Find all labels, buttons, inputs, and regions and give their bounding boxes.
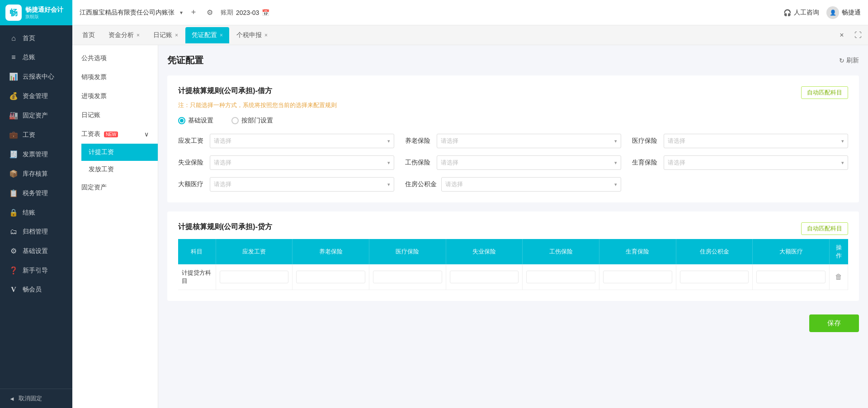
inventory-icon: 📦 bbox=[9, 169, 18, 178]
field-yingfa-label: 应发工资 bbox=[178, 137, 205, 145]
field-shengyu: 生育保险 请选择 ▾ bbox=[632, 155, 848, 170]
tab-tax-close[interactable]: × bbox=[264, 32, 268, 38]
dropdown-arrow-icon: ▾ bbox=[387, 160, 390, 166]
ledger-icon: ≡ bbox=[9, 53, 18, 61]
tab-voucher-close[interactable]: × bbox=[220, 32, 223, 38]
tab-home[interactable]: 首页 bbox=[76, 27, 101, 43]
closing-icon: 🔒 bbox=[9, 208, 18, 217]
pay-salary-label: 发放工资 bbox=[89, 165, 114, 173]
debit-section: 计提核算规则(公司承担)-借方 注：只能选择一种方式，系统将按照您当前的选择来配… bbox=[167, 75, 859, 202]
left-menu-fixed-assets[interactable]: 固定资产 bbox=[72, 178, 158, 197]
dropdown-arrow-icon: ▾ bbox=[387, 182, 390, 188]
field-gongshang-select[interactable]: 请选择 ▾ bbox=[437, 155, 621, 170]
calendar-icon[interactable]: 📅 bbox=[262, 9, 269, 16]
sidebar-item-label: 首页 bbox=[23, 34, 35, 42]
sidebar-item-assets[interactable]: 🏭 固定资产 bbox=[0, 106, 72, 125]
page-header: 凭证配置 ↻ 刷新 bbox=[167, 54, 859, 66]
funds-icon: 💰 bbox=[9, 92, 18, 100]
left-menu-public[interactable]: 公共选项 bbox=[72, 49, 158, 68]
sidebar-item-guide[interactable]: ❓ 新手引导 bbox=[0, 261, 72, 280]
username: 畅捷通 bbox=[842, 9, 861, 17]
user-menu[interactable]: 👤 畅捷通 bbox=[826, 6, 861, 19]
new-badge: NEW bbox=[104, 131, 118, 137]
sidebar-item-tax[interactable]: 📋 税务管理 bbox=[0, 183, 72, 203]
sidebar-item-label: 基础设置 bbox=[23, 247, 48, 255]
company-dropdown-icon[interactable]: ▾ bbox=[180, 9, 183, 16]
left-menu-advance-salary[interactable]: 计提工资 bbox=[81, 144, 158, 161]
sidebar-item-inventory[interactable]: 📦 库存核算 bbox=[0, 164, 72, 183]
field-yiliao-select[interactable]: 请选择 ▾ bbox=[664, 134, 848, 148]
tab-funds-close[interactable]: × bbox=[137, 32, 140, 38]
field-shiye-select[interactable]: 请选择 ▾ bbox=[210, 155, 394, 170]
input-gongshang[interactable] bbox=[526, 271, 595, 283]
input-yiliao[interactable] bbox=[373, 271, 442, 283]
page-title: 凭证配置 bbox=[167, 54, 203, 66]
radio-dept[interactable]: 按部门设置 bbox=[231, 117, 273, 125]
save-button[interactable]: 保存 bbox=[809, 314, 859, 332]
cancel-pin-label: 取消固定 bbox=[19, 394, 42, 403]
left-menu-journal[interactable]: 日记账 bbox=[72, 106, 158, 125]
dropdown-arrow-icon: ▾ bbox=[387, 138, 390, 144]
input-daeyiliao[interactable] bbox=[756, 271, 826, 283]
tab-journal-label: 日记账 bbox=[153, 31, 172, 39]
sidebar-item-home[interactable]: ⌂ 首页 bbox=[0, 29, 72, 48]
service-btn[interactable]: 🎧 人工咨询 bbox=[783, 9, 819, 17]
cell-shengyu bbox=[599, 264, 676, 290]
sidebar-item-invoice[interactable]: 🧾 发票管理 bbox=[0, 145, 72, 164]
tax-icon: 📋 bbox=[9, 189, 18, 197]
expand-window-btn[interactable]: ⛶ bbox=[852, 29, 864, 42]
sidebar-item-settings[interactable]: ⚙ 基础设置 bbox=[0, 241, 72, 261]
field-yanglao-select[interactable]: 请选择 ▾ bbox=[437, 134, 621, 148]
settings-gear-icon[interactable]: ⚙ bbox=[204, 7, 215, 18]
field-zhufang: 住房公积金 请选择 ▾ bbox=[405, 177, 621, 192]
input-yingfa[interactable] bbox=[220, 271, 289, 283]
chevron-down-icon: ∨ bbox=[144, 131, 149, 138]
tab-voucher[interactable]: 凭证配置 × bbox=[185, 27, 229, 43]
sidebar-item-closing[interactable]: 🔒 结账 bbox=[0, 203, 72, 222]
field-shiye-label: 失业保险 bbox=[178, 159, 205, 167]
field-yingfa-select[interactable]: 请选择 ▾ bbox=[210, 134, 394, 148]
cancel-pin-btn[interactable]: ◄ 取消固定 bbox=[0, 389, 72, 408]
field-zhufang-select[interactable]: 请选择 ▾ bbox=[441, 177, 621, 192]
cell-daeyiliao bbox=[753, 264, 830, 290]
col-shiye: 失业保险 bbox=[446, 239, 523, 264]
input-shiye[interactable] bbox=[450, 271, 519, 283]
close-window-btn[interactable]: × bbox=[835, 29, 848, 42]
field-daeyiliao-select[interactable]: 请选择 ▾ bbox=[210, 177, 394, 192]
input-yanglao[interactable] bbox=[296, 271, 365, 283]
input-shengyu[interactable] bbox=[603, 271, 672, 283]
credit-auto-match-btn[interactable]: 自动匹配科目 bbox=[801, 222, 848, 235]
input-zhufang[interactable] bbox=[680, 271, 749, 283]
headset-icon: 🎧 bbox=[783, 9, 791, 16]
radio-basic[interactable]: 基础设置 bbox=[178, 117, 213, 125]
field-daeyiliao-placeholder: 请选择 bbox=[214, 180, 231, 188]
tab-funds[interactable]: 资金分析 × bbox=[102, 27, 146, 43]
app-name: 畅捷通好会计 bbox=[25, 5, 63, 14]
cell-zhufang bbox=[676, 264, 753, 290]
left-menu-pay-salary[interactable]: 发放工资 bbox=[81, 161, 158, 178]
left-menu-purchase[interactable]: 进项发票 bbox=[72, 87, 158, 106]
sidebar-item-archive[interactable]: 🗂 归档管理 bbox=[0, 222, 72, 241]
tab-journal[interactable]: 日记账 × bbox=[147, 27, 184, 43]
col-yiliao: 医疗保险 bbox=[369, 239, 446, 264]
debit-auto-match-btn[interactable]: 自动匹配科目 bbox=[801, 86, 848, 99]
col-action: 操作 bbox=[830, 239, 848, 264]
sidebar-item-vip[interactable]: V 畅会员 bbox=[0, 280, 72, 299]
field-zhufang-placeholder: 请选择 bbox=[445, 180, 463, 188]
sidebar-item-funds[interactable]: 💰 资金管理 bbox=[0, 86, 72, 106]
tab-tax[interactable]: 个税申报 × bbox=[230, 27, 274, 43]
sidebar-item-general[interactable]: ≡ 总账 bbox=[0, 48, 72, 67]
sidebar-item-salary[interactable]: 💼 工资 bbox=[0, 125, 72, 145]
advance-salary-label: 计提工资 bbox=[89, 148, 114, 155]
period-value[interactable]: 2023-03 bbox=[236, 9, 259, 16]
field-shengyu-select[interactable]: 请选择 ▾ bbox=[664, 155, 848, 170]
tab-home-label: 首页 bbox=[82, 31, 95, 39]
left-menu-sales[interactable]: 销项发票 bbox=[72, 68, 158, 87]
add-company-btn[interactable]: + bbox=[188, 7, 199, 18]
tab-journal-close[interactable]: × bbox=[175, 32, 178, 38]
refresh-btn[interactable]: ↻ 刷新 bbox=[839, 56, 859, 65]
sidebar-item-reports[interactable]: 📊 云报表中心 bbox=[0, 67, 72, 86]
tab-funds-label: 资金分析 bbox=[108, 31, 134, 39]
left-menu-salary-table[interactable]: 工资表 NEW ∨ bbox=[72, 125, 158, 144]
delete-row-btn[interactable]: 🗑 bbox=[835, 273, 842, 281]
